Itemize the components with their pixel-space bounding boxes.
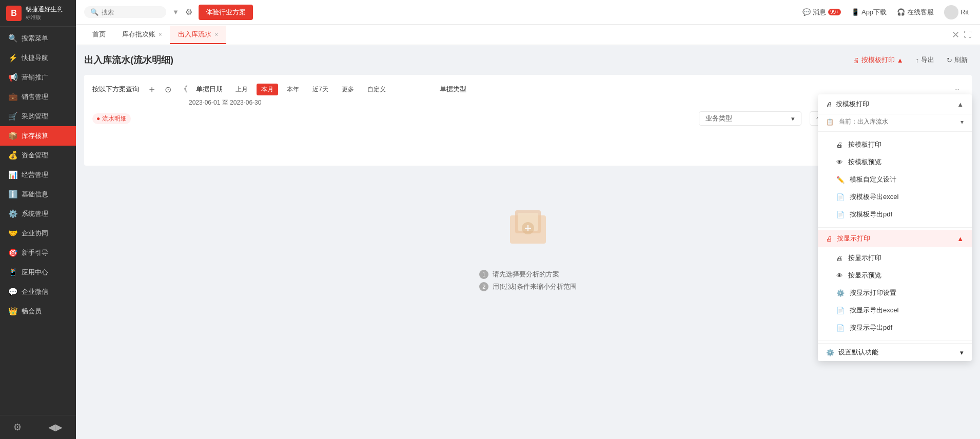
topbar-search-box[interactable]: 🔍 xyxy=(84,6,166,18)
sidebar-item-label: 新手引导 xyxy=(22,248,48,257)
dropdown-divider-1 xyxy=(818,131,972,132)
sidebar-item-member[interactable]: 👑 畅会员 xyxy=(0,302,76,321)
tp-preview-icon: 👁 xyxy=(836,158,843,166)
filter-collapse-icon[interactable]: 《 xyxy=(180,84,188,95)
display-print-arrow[interactable]: ▲ xyxy=(957,235,964,243)
tab-io-flow-label: 出入库流水 xyxy=(178,30,211,39)
empty-illustration xyxy=(502,203,554,264)
display-print-settings-item[interactable]: ⚙️ 按显示打印设置 xyxy=(818,284,972,302)
date-btn-this-month[interactable]: 本月 xyxy=(257,84,278,95)
sidebar-item-marketing[interactable]: 📢 营销推广 xyxy=(0,68,76,87)
current-label-text: 当前：出入库流水 xyxy=(839,117,888,126)
close-inventory-batch-tab[interactable]: × xyxy=(159,31,162,37)
maximize-window-btn[interactable]: ⛶ xyxy=(964,30,972,39)
flow-detail-tag[interactable]: ● 流水明细 xyxy=(92,113,131,124)
print-icon: 🖨 xyxy=(853,56,859,64)
step-2-text: 用[过滤]条件来缩小分析范围 xyxy=(493,282,576,291)
filter-settings-icon[interactable]: ⊙ xyxy=(165,85,171,94)
app-download-btn[interactable]: 📱 App下载 xyxy=(848,8,890,17)
user-name: Rit xyxy=(961,8,969,16)
template-print-arrow[interactable]: ▲ xyxy=(897,56,904,64)
close-window-btn[interactable]: ✕ xyxy=(952,29,959,41)
date-btn-this-year[interactable]: 本年 xyxy=(282,84,304,95)
template-preview-item[interactable]: 👁 按模板预览 xyxy=(818,153,972,171)
date-btn-last-month[interactable]: 上月 xyxy=(231,84,252,95)
tab-home[interactable]: 首页 xyxy=(84,26,114,44)
sidebar-nav: 🔍 搜索菜单 ⚡ 快捷导航 📢 营销推广 💼 销售管理 🛒 采购管理 📦 xyxy=(0,27,76,415)
topbar-settings-icon[interactable]: ⚙ xyxy=(185,7,192,17)
sidebar-item-apps[interactable]: 📱 应用中心 xyxy=(0,263,76,282)
service-icon: 🎧 xyxy=(897,8,905,16)
dropdown-footer[interactable]: ⚙️ 设置默认功能 ▾ xyxy=(818,343,972,361)
step-2-num: 2 xyxy=(479,282,488,291)
dropdown-current-label[interactable]: 📋 当前：出入库流水 ▾ xyxy=(818,114,972,129)
display-preview-item[interactable]: 👁 按显示预览 xyxy=(818,267,972,284)
sidebar-item-finance[interactable]: 💰 资金管理 xyxy=(0,146,76,165)
tab-home-label: 首页 xyxy=(92,30,106,39)
export-btn[interactable]: ↑ 导出 xyxy=(912,53,939,67)
type-dropdown-more[interactable]: ··· xyxy=(954,86,959,93)
dropdown-collapse-arrow[interactable]: ▲ xyxy=(957,101,964,108)
sidebar-item-inventory[interactable]: 📦 库存核算 xyxy=(0,126,76,146)
template-custom-item[interactable]: ✏️ 模板自定义设计 xyxy=(818,171,972,188)
date-label: 单据日期 xyxy=(196,85,223,94)
template-print-label: 按模板打印 xyxy=(861,55,895,65)
message-btn[interactable]: 💬 消息 99+ xyxy=(799,8,844,17)
dropdown-divider-3 xyxy=(818,341,972,341)
quick-nav-icon: ⚡ xyxy=(8,53,17,63)
sidebar-item-system[interactable]: ⚙️ 系统管理 xyxy=(0,204,76,224)
close-io-flow-tab[interactable]: × xyxy=(214,31,218,37)
sidebar-item-wechat[interactable]: 💬 企业微信 xyxy=(0,282,76,302)
logo-subtitle: 标准版 xyxy=(26,14,63,21)
template-print-btn[interactable]: 🖨 按模板打印 ▲ xyxy=(849,53,908,67)
topbar-actions: 💬 消息 99+ 📱 App下载 🎧 在线客服 Rit xyxy=(799,5,972,19)
business-type-selector[interactable]: 业务类型 ▾ xyxy=(699,111,801,126)
display-export-excel-item[interactable]: 📄 按显示导出excel xyxy=(818,302,972,319)
industry-btn[interactable]: 体验行业方案 xyxy=(199,5,253,20)
sidebar-item-label: 销售管理 xyxy=(22,92,48,102)
sidebar-collapse-btn[interactable]: ◀▶ xyxy=(44,420,67,435)
sidebar-item-search[interactable]: 🔍 搜索菜单 xyxy=(0,29,76,48)
sidebar-item-guide[interactable]: 🎯 新手引导 xyxy=(0,243,76,263)
tab-window-controls: ✕ ⛶ xyxy=(952,29,972,41)
display-print-item[interactable]: 🖨 按显示打印 xyxy=(818,249,972,267)
app-icon: 📱 xyxy=(851,8,859,16)
search-input[interactable] xyxy=(102,9,153,16)
sidebar-item-label: 采购管理 xyxy=(22,112,48,121)
refresh-btn[interactable]: ↻ 刷新 xyxy=(943,53,972,67)
topbar-dropdown-arrow[interactable]: ▼ xyxy=(172,8,179,16)
tab-inventory-batch-label: 库存批次账 xyxy=(122,30,155,39)
online-service-btn[interactable]: 🎧 在线客服 xyxy=(894,8,937,17)
tab-io-flow[interactable]: 出入库流水 × xyxy=(170,26,226,44)
page-title: 出入库流水(流水明细) xyxy=(84,54,173,66)
date-btn-custom[interactable]: 自定义 xyxy=(363,84,390,95)
filter-add-icon[interactable]: ＋ xyxy=(147,83,156,95)
sidebar-settings-btn[interactable]: ⚙ xyxy=(9,420,26,435)
dp-preview-label: 按显示预览 xyxy=(848,271,881,280)
tp-custom-label: 模板自定义设计 xyxy=(850,175,896,184)
main-area: 🔍 ▼ ⚙ 体验行业方案 💬 消息 99+ 📱 App下载 🎧 在线客服 xyxy=(76,0,980,439)
collab-icon: 🤝 xyxy=(8,229,17,238)
sidebar-item-purchase[interactable]: 🛒 采购管理 xyxy=(0,107,76,126)
date-btn-more[interactable]: 更多 xyxy=(337,84,359,95)
dp-preview-icon: 👁 xyxy=(836,272,843,280)
display-export-pdf-item[interactable]: 📄 按显示导出pdf xyxy=(818,319,972,336)
logo-icon: B xyxy=(6,6,22,21)
sidebar-item-operations[interactable]: 📊 经营管理 xyxy=(0,165,76,185)
tab-inventory-batch[interactable]: 库存批次账 × xyxy=(114,26,170,44)
template-export-pdf-item[interactable]: 📄 按模板导出pdf xyxy=(818,206,972,223)
sidebar-item-quick-nav[interactable]: ⚡ 快捷导航 xyxy=(0,48,76,68)
sidebar-item-label: 系统管理 xyxy=(22,209,48,218)
display-print-section-header[interactable]: 🖨 按显示打印 ▲ xyxy=(818,230,972,247)
template-print-item[interactable]: 🖨 按模板打印 xyxy=(818,136,972,153)
dp-pdf-icon: 📄 xyxy=(836,324,845,332)
date-btn-7days[interactable]: 近7天 xyxy=(308,84,333,95)
sidebar-item-collab[interactable]: 🤝 企业协同 xyxy=(0,224,76,243)
system-icon: ⚙️ xyxy=(8,209,17,218)
user-avatar-area[interactable]: Rit xyxy=(941,5,972,19)
template-export-excel-item[interactable]: 📄 按模板导出excel xyxy=(818,188,972,206)
sidebar-item-sales[interactable]: 💼 销售管理 xyxy=(0,87,76,107)
sidebar-item-basic[interactable]: ℹ️ 基础信息 xyxy=(0,185,76,204)
refresh-label: 刷新 xyxy=(954,55,968,65)
dp-print-icon: 🖨 xyxy=(836,254,843,262)
